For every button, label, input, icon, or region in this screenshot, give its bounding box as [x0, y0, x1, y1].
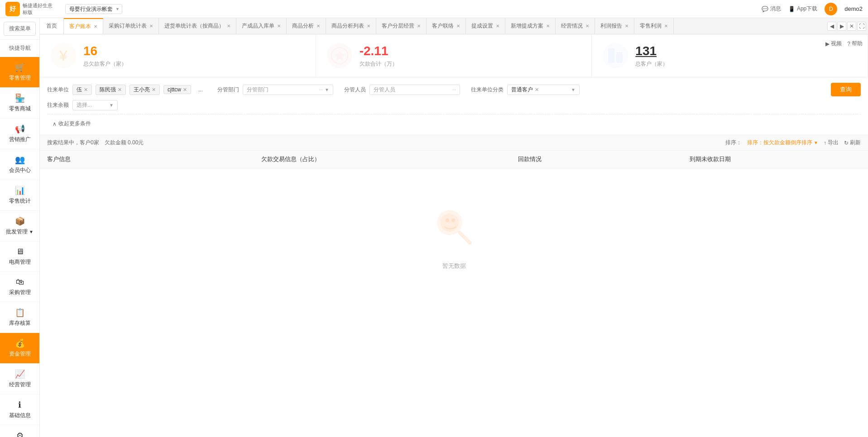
help-link[interactable]: ? 帮助	[847, 40, 863, 48]
close-tab-stock-stat[interactable]: ✕	[227, 24, 230, 28]
stat-arrears-value: -2.11	[360, 43, 398, 59]
tab-add-commission[interactable]: 新增提成方案 ✕	[505, 18, 556, 34]
svg-line-5	[460, 233, 470, 243]
collapse-btn[interactable]: ∧ 收起更多条件	[47, 118, 861, 129]
sort-label: 排序：	[725, 139, 742, 147]
sidebar-item-purchase[interactable]: 🛍 采购管理	[0, 272, 39, 302]
tab-stock-stat[interactable]: 进货单统计表（按商品） ✕	[159, 18, 236, 34]
tab-ops-status[interactable]: 经营情况 ✕	[556, 18, 595, 34]
more-tags-btn[interactable]: ...	[195, 86, 206, 94]
dept-select[interactable]: 分管部门 ··· ▼	[243, 85, 333, 95]
quick-nav-btn[interactable]: 快捷导航	[0, 40, 39, 57]
sort-text: 排序：按欠款金额倒序排序	[747, 139, 812, 147]
close-tab-purchase-order[interactable]: ✕	[149, 24, 153, 28]
remove-tag-cj[interactable]: ✕	[183, 87, 187, 93]
result-actions: 排序： 排序：按欠款金额倒序排序 ▼ ↑ 导出 ↻ 刷新	[725, 139, 861, 147]
tab-prev-btn[interactable]: ◀	[827, 22, 836, 31]
stat-customers-value: 16	[83, 43, 127, 59]
refresh-btn[interactable]: ↻ 刷新	[844, 139, 861, 147]
stat-clients-icon	[603, 43, 628, 68]
close-tab-profit-report[interactable]: ✕	[625, 24, 628, 28]
logo-icon: 好	[5, 2, 20, 16]
dept-select-more: ···	[319, 87, 323, 92]
marketing-icon: 📢	[15, 124, 25, 134]
unit-type-select[interactable]: 普通客户 ✕ ▼	[507, 85, 580, 95]
ops-icon: 📈	[15, 369, 25, 379]
tab-profit-report[interactable]: 利润报告 ✕	[595, 18, 634, 34]
tab-retail-profit[interactable]: 零售利润 ✕	[634, 18, 674, 34]
balance-select[interactable]: 选择... ▼	[72, 100, 118, 110]
filter-tag-wang: 王小亮 ✕	[129, 85, 160, 95]
tab-customer-layer[interactable]: 客户分层经营 ✕	[376, 18, 427, 34]
close-tab-add-commission[interactable]: ✕	[546, 24, 550, 28]
sort-select[interactable]: 排序：按欠款金额倒序排序 ▼	[747, 139, 818, 147]
remove-tag-wu[interactable]: ✕	[84, 87, 88, 93]
tab-goods-analysis-list[interactable]: 商品分析列表 ✕	[326, 18, 376, 34]
remove-tag-wang[interactable]: ✕	[152, 87, 156, 93]
tab-close-all-btn[interactable]: ✕	[847, 22, 856, 31]
sidebar-item-retail-mgmt[interactable]: 🛒 零售管理	[0, 57, 39, 88]
search-menu-btn[interactable]: 搜索菜单	[4, 22, 36, 36]
remove-unit-type-tag[interactable]: ✕	[535, 87, 539, 93]
close-tab-goods-analysis[interactable]: ✕	[317, 24, 320, 28]
export-icon: ↑	[824, 140, 826, 146]
sidebar-item-basic-info[interactable]: ℹ 基础信息	[0, 394, 39, 425]
tab-next-btn[interactable]: ▶	[837, 22, 846, 31]
sidebar-item-retail-shop[interactable]: 🏪 零售商城	[0, 88, 39, 119]
batch-mgmt-icon: 📦	[15, 216, 25, 226]
sidebar-item-ops[interactable]: 📈 经营管理	[0, 364, 39, 394]
close-tab-ops-status[interactable]: ✕	[585, 24, 589, 28]
top-bar: 好 畅捷通好生意 标版 母婴行业演示帐套 💬 消息 📱 App下载 D demo…	[0, 0, 868, 18]
sidebar-item-member[interactable]: 👥 会员中心	[0, 149, 39, 180]
tab-production[interactable]: 产成品入库单 ✕	[236, 18, 287, 34]
tab-customer-contact[interactable]: 客户联络 ✕	[427, 18, 466, 34]
query-button[interactable]: 查询	[831, 83, 861, 96]
close-tab-retail-profit[interactable]: ✕	[664, 24, 668, 28]
tabs-bar: 首页 客户账本 ✕ 采购订单统计表 ✕ 进货单统计表（按商品） ✕ 产成品入库单…	[40, 18, 868, 34]
remove-tag-chen[interactable]: ✕	[118, 87, 122, 93]
export-btn[interactable]: ↑ 导出	[824, 139, 839, 147]
unit-filter-label: 往来单位	[47, 86, 69, 94]
sidebar-search-area: 搜索菜单	[0, 18, 39, 40]
close-tab-customer-layer[interactable]: ✕	[417, 24, 421, 28]
app-download-btn[interactable]: 📱 App下载	[788, 5, 817, 13]
tab-home[interactable]: 首页	[40, 18, 64, 34]
refresh-icon: ↻	[844, 140, 849, 146]
stat-customers-icon: ¥	[51, 43, 76, 68]
unit-type-chevron-icon: ▼	[571, 87, 575, 92]
sidebar-item-inventory[interactable]: 📋 库存核算	[0, 302, 39, 333]
unit-type-label: 往来单位分类	[471, 86, 504, 94]
tab-commission-setting[interactable]: 提成设置 ✕	[466, 18, 505, 34]
empty-text: 暂无数据	[442, 262, 466, 270]
tab-fullscreen-btn[interactable]: ⛶	[857, 22, 866, 31]
close-tab-goods-analysis-list[interactable]: ✕	[367, 24, 370, 28]
empty-illustration	[432, 204, 477, 258]
tab-customer-book[interactable]: 客户账本 ✕	[64, 18, 103, 34]
message-btn[interactable]: 💬 消息	[762, 5, 781, 13]
workspace-select[interactable]: 母婴行业演示帐套	[65, 4, 122, 14]
sidebar-item-marketing[interactable]: 📢 营销推广	[0, 119, 39, 149]
sidebar-item-batch-mgmt[interactable]: 📦 批发管理 ▼	[0, 211, 39, 242]
stat-arrears: -2.11 欠款合计（万）	[316, 34, 592, 77]
workspace-selector[interactable]: 母婴行业演示帐套	[60, 4, 122, 14]
sidebar: 搜索菜单 快捷导航 🛒 零售管理 🏪 零售商城 📢 营销推广 👥 会员中心 📊	[0, 18, 40, 437]
close-tab-commission-setting[interactable]: ✕	[496, 24, 499, 28]
inventory-icon: 📋	[15, 308, 25, 318]
tab-purchase-order[interactable]: 采购订单统计表 ✕	[103, 18, 159, 34]
svg-rect-2	[616, 52, 623, 63]
username[interactable]: demo2	[844, 5, 863, 12]
tab-goods-analysis[interactable]: 商品分析 ✕	[287, 18, 326, 34]
dept-chevron-icon: ▼	[325, 87, 329, 92]
close-tab-production[interactable]: ✕	[277, 24, 281, 28]
video-link[interactable]: ▶ 视频	[825, 40, 842, 48]
close-tab-customer-book[interactable]: ✕	[94, 24, 97, 29]
balance-filter-label: 往来余额	[47, 101, 69, 109]
sidebar-item-ecom[interactable]: 🖥 电商管理	[0, 242, 39, 272]
sidebar-item-finance[interactable]: 💰 资金管理	[0, 333, 39, 364]
person-select[interactable]: 分管人员 ···	[369, 85, 460, 95]
download-icon: 📱	[788, 6, 795, 12]
sidebar-item-sys-mgmt[interactable]: ⚙ 系统管理	[0, 425, 39, 437]
close-tab-customer-contact[interactable]: ✕	[456, 24, 460, 28]
sidebar-item-retail-stat[interactable]: 📊 零售统计	[0, 180, 39, 211]
filter-row-1: 往来单位 伍 ✕ 陈民强 ✕ 王小亮 ✕	[47, 83, 861, 96]
